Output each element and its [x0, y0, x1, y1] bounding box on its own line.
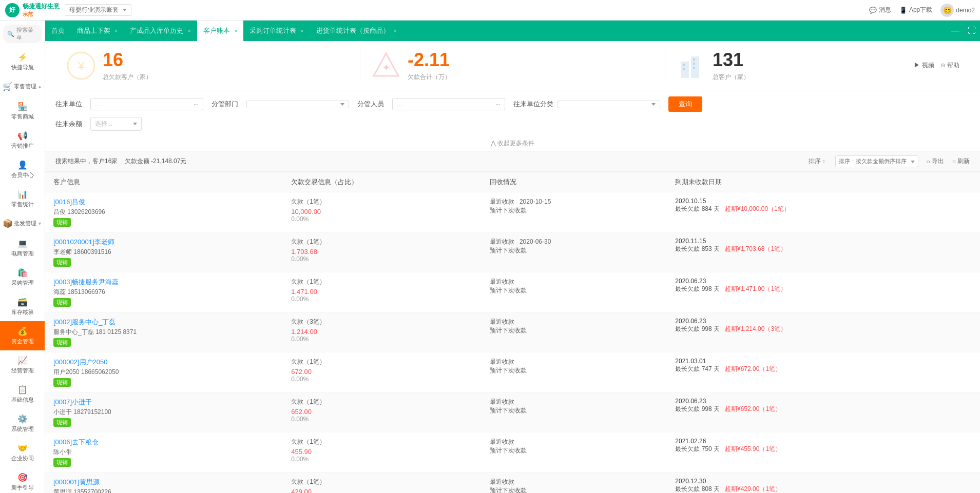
payment-recent-7: 最近收款 [490, 478, 659, 486]
cell-customer-4: [000002]用户2050 用户2050 18665062050 现销 [45, 352, 283, 392]
sidebar-item-finance[interactable]: 💰 资金管理 [0, 321, 45, 350]
sidebar-item-business[interactable]: 📈 经营管理 [0, 350, 45, 380]
sidebar-search[interactable]: 🔍 搜索菜单 [0, 21, 45, 47]
sidebar-item-quick-nav[interactable]: ⚡ 快捷导航 [0, 47, 45, 76]
overdue-amount-link-3[interactable]: 超期¥1,214.00（3笔） [725, 325, 786, 332]
table-row: [0007]小迸干 小迸干 18279152100 现销 欠款（1笔） 652.… [45, 392, 980, 432]
export-button[interactable]: ○ 导出 [927, 157, 944, 166]
dept-select[interactable] [246, 101, 349, 108]
sidebar-item-retail-stats[interactable]: 📊 零售统计 [0, 184, 45, 213]
cell-payment-7: 最近收款 预计下次收款 [482, 472, 667, 494]
collapse-row[interactable]: ⋀ 收起更多条件 [55, 136, 970, 151]
debt-ratio-3: 0.00% [291, 336, 473, 343]
tab-bar-end: — ⛶ [947, 26, 980, 35]
cell-debt-3: 欠款（3笔） 1,214.00 0.00% [283, 312, 482, 352]
finance-icon: 💰 [17, 326, 28, 336]
tab-close-customer[interactable]: × [234, 28, 237, 34]
overdue-days-2: 最长欠款 998 天 超期¥1,471.00（1笔） [675, 285, 972, 293]
sidebar-item-purchase[interactable]: 🛍️ 采购管理 [0, 263, 45, 292]
customer-name-link-2[interactable]: [0003]畅捷服务尹海蕊 [53, 278, 275, 287]
debt-amount-3: 1,214.00 [291, 328, 473, 336]
sidebar-item-ecommerce[interactable]: 💻 电商管理 [0, 233, 45, 263]
sidebar-item-retail-mgmt[interactable]: 🛒 零售管理 ▲ [0, 76, 45, 96]
payment-recent-3: 最近收款 [490, 318, 659, 326]
tab-maximize-button[interactable]: ⛶ [964, 26, 980, 35]
overdue-amount-link-6[interactable]: 超期¥455.90（1笔） [725, 445, 781, 452]
stats-row: ¥ 16 总欠款客户（家） ✦ [45, 41, 980, 90]
logo-text: 畅捷通好生意 示范 [23, 2, 60, 18]
user-profile[interactable]: 😊 demo2 [940, 4, 975, 17]
message-button[interactable]: 💬 消息 [869, 6, 891, 14]
tab-minimize-button[interactable]: — [947, 26, 964, 35]
due-date-3: 2020.06.23 [675, 318, 972, 325]
sidebar-item-member[interactable]: 👤 会员中心 [0, 155, 45, 184]
tab-close-goods[interactable]: × [114, 28, 118, 34]
sidebar-item-retail-mall[interactable]: 🏪 零售商城 [0, 96, 45, 126]
customer-phone-5: 小迸干 18279152100 [53, 408, 275, 417]
stat-value-2: -2.11 [408, 49, 655, 71]
debt-amount-5: 652.00 [291, 408, 473, 416]
debt-label-1: 欠款（1笔） [291, 238, 473, 246]
overdue-days-7: 最长欠款 808 天 超期¥429.00（1笔） [675, 485, 972, 493]
stat-value-block-2: -2.11 欠款合计（万） [408, 49, 655, 82]
cell-overdue-6: 2021.02.26 最长欠款 750 天 超期¥455.90（1笔） [667, 432, 980, 472]
customer-name-link-5[interactable]: [0007]小迸干 [53, 398, 275, 407]
sidebar-item-enterprise[interactable]: 🤝 企业协同 [0, 438, 45, 467]
app-download-button[interactable]: 📱 App下载 [899, 6, 932, 14]
cell-overdue-5: 2020.06.23 最长欠款 998 天 超期¥652.00（1笔） [667, 392, 980, 432]
result-actions: 排序： 排序：按欠款金额倒序排序 ○ 导出 ○ 刷新 [809, 155, 970, 167]
tab-close-goods-stats[interactable]: × [394, 28, 397, 34]
sidebar-item-marketing[interactable]: 📢 营销推广 [0, 126, 45, 155]
avatar: 😊 [940, 4, 954, 17]
tab-bar: 首页 商品上下架 × 产成品入库单历史 × 客户账本 × 采购订单统计表 × [45, 21, 980, 41]
cell-payment-0: 最近收款 2020-10-15 预计下次收款 [482, 192, 667, 232]
overdue-amount-link-2[interactable]: 超期¥1,471.00（1笔） [725, 285, 786, 292]
sidebar-item-system[interactable]: ⚙️ 系统管理 [0, 409, 45, 438]
debt-label-0: 欠款（1笔） [291, 198, 473, 206]
due-date-4: 2021.03.01 [675, 358, 972, 365]
customer-name-link-1[interactable]: [0001020001]李老师 [53, 238, 275, 247]
from-unit-dots-icon: ··· [194, 101, 199, 108]
sidebar-item-guide[interactable]: 🎯 新手引导 [0, 467, 45, 493]
payment-next-5: 预计下次收款 [490, 406, 659, 415]
stats-icon: 📊 [17, 189, 28, 199]
debt-ratio-1: 0.00% [291, 255, 473, 263]
tab-close-purchase[interactable]: × [300, 28, 303, 34]
due-date-1: 2020.11.15 [675, 238, 972, 245]
cell-overdue-7: 2020.12.30 最长欠款 808 天 超期¥429.00（1笔） [667, 472, 980, 494]
sidebar-item-basic-info[interactable]: 📋 基础信息 [0, 380, 45, 409]
tab-production[interactable]: 产成品入库单历史 × [124, 21, 197, 41]
store-selector[interactable]: 母婴行业演示账套 [65, 4, 131, 16]
business-icon: 📈 [17, 356, 28, 365]
overdue-amount-link-1[interactable]: 超期¥1,703.68（1笔） [725, 245, 786, 252]
customer-name-link-7[interactable]: [000001]黄思源 [53, 478, 275, 487]
help-link[interactable]: ⊙ 帮助 [940, 61, 959, 70]
sidebar-item-wholesale[interactable]: 📦 批发管理 ▼ [0, 213, 45, 233]
video-link[interactable]: ▶ 视频 [914, 61, 934, 70]
overdue-amount-link-5[interactable]: 超期¥652.00（1笔） [725, 405, 781, 412]
from-unit-input[interactable]: ... ··· [90, 98, 203, 110]
customer-name-link-0[interactable]: [0016]吕俊 [53, 198, 275, 207]
tab-goods[interactable]: 商品上下架 × [71, 21, 124, 41]
sidebar-item-inventory[interactable]: 🗃️ 库存核算 [0, 292, 45, 321]
overdue-amount-link-0[interactable]: 超期¥10,000.00（1笔） [725, 205, 790, 212]
tab-customer-account[interactable]: 客户账本 × [197, 21, 243, 41]
unit-class-select[interactable] [558, 101, 660, 108]
tab-goods-stats[interactable]: 进货单统计表（按商品） × [310, 21, 403, 41]
debt-ratio-5: 0.00% [291, 416, 473, 423]
person-input[interactable]: ... ··· [392, 98, 505, 110]
tab-purchase-order[interactable]: 采购订单统计表 × [243, 21, 310, 41]
search-button[interactable]: 查询 [668, 96, 702, 112]
tab-close-production[interactable]: × [187, 28, 190, 34]
debt-ratio-0: 0.00% [291, 215, 473, 223]
due-date-5: 2020.06.23 [675, 398, 972, 405]
customer-name-link-4[interactable]: [000002]用户2050 [53, 358, 275, 367]
customer-name-link-3[interactable]: [0002]服务中心_丁磊 [53, 318, 275, 327]
customer-name-link-6[interactable]: [0006]去下粮仓 [53, 438, 275, 447]
tab-home[interactable]: 首页 [45, 21, 71, 41]
overdue-amount-link-4[interactable]: 超期¥672.00（1笔） [725, 365, 781, 372]
overdue-amount-link-7[interactable]: 超期¥429.00（1笔） [725, 485, 781, 492]
sort-select[interactable]: 排序：按欠款金额倒序排序 [835, 155, 918, 167]
balance-select[interactable]: 选择... [90, 117, 142, 131]
refresh-button[interactable]: ○ 刷新 [952, 157, 970, 166]
